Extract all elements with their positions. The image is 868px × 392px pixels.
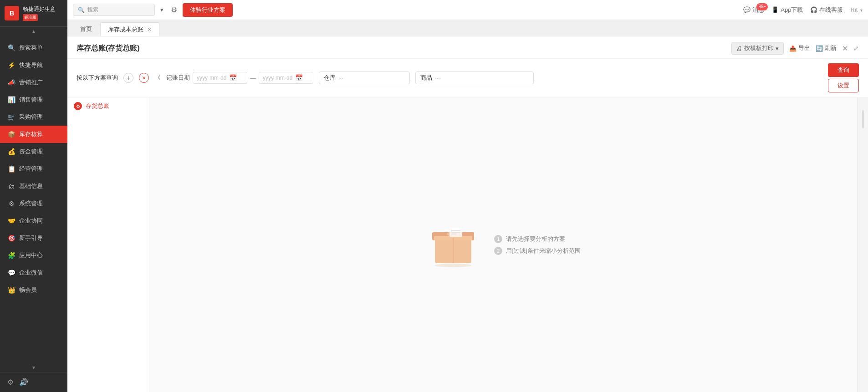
calendar-from-icon: 📅 — [229, 74, 237, 81]
logo-tag: 标准版 — [23, 14, 38, 21]
filter-clear-btn[interactable]: × — [139, 73, 149, 83]
sidebar-item-marketing[interactable]: 📣营销推广 — [0, 74, 67, 91]
data-area: 1 请先选择要分析的方案 2 用[过滤]条件来缩小分析范围 — [149, 97, 857, 392]
empty-text: 1 请先选择要分析的方案 2 用[过滤]条件来缩小分析范围 — [494, 235, 580, 255]
settings-icon[interactable]: ⚙ — [7, 378, 14, 387]
date-to-input[interactable]: yyyy-mm-dd 📅 — [259, 72, 313, 84]
topbar-dropdown-icon[interactable]: ▾ — [158, 5, 165, 15]
scheme-item-inventory[interactable]: ♻ 存货总账 — [67, 97, 149, 115]
sidebar-item-purchase[interactable]: 🛒采购管理 — [0, 108, 67, 126]
nav-label-collab: 企业协同 — [19, 217, 43, 225]
sidebar-item-quick[interactable]: ⚡快捷导航 — [0, 56, 67, 74]
nav-label-inventory: 库存核算 — [19, 130, 43, 138]
nav-label-search: 搜索菜单 — [19, 44, 43, 52]
date-label: 记账日期 — [166, 74, 190, 82]
date-filter-field: 记账日期 yyyy-mm-dd 📅 — yyyy-mm-dd 📅 — [166, 72, 313, 84]
nav-icon-basic: 🗂 — [7, 182, 15, 190]
close-panel-icon[interactable]: ✕ — [842, 44, 848, 53]
resize-panel-icon[interactable]: ⤢ — [853, 45, 859, 52]
scroll-up-arrow[interactable]: ▲ — [0, 27, 67, 36]
sidebar-item-collab[interactable]: 🤝企业协同 — [0, 212, 67, 229]
logo-text: 畅捷通好生意 标准版 — [23, 5, 56, 21]
hint-2-num: 2 — [494, 247, 502, 255]
warehouse-more-icon: ··· — [338, 75, 343, 81]
sidebar-item-sales[interactable]: 📊销售管理 — [0, 91, 67, 108]
nav-icon-finance: 💰 — [7, 148, 15, 156]
refresh-btn[interactable]: 🔄 刷新 — [816, 44, 837, 52]
nav-label-newbie: 新手引导 — [19, 234, 43, 242]
filter-collapse-btn[interactable]: 《 — [154, 74, 161, 82]
hint-2-text: 用[过滤]条件来缩小分析范围 — [506, 247, 580, 255]
nav-icon-sales: 📊 — [7, 96, 15, 104]
right-panel — [857, 97, 868, 392]
scroll-down-arrow[interactable]: ▼ — [0, 363, 67, 372]
warehouse-label: 仓库 — [324, 74, 336, 82]
tab-home[interactable]: 首页 — [73, 22, 99, 36]
date-from-input[interactable]: yyyy-mm-dd 📅 — [193, 72, 247, 84]
goods-field[interactable]: 商品 ··· — [415, 71, 534, 84]
print-btn[interactable]: 🖨 按模板打印 ▾ — [731, 42, 784, 55]
headset-icon: 🎧 — [810, 6, 817, 13]
sidebar-footer: ⚙ 🔊 — [0, 372, 67, 392]
scheme-item-label: 存货总账 — [86, 102, 109, 110]
export-btn[interactable]: 📤 导出 — [789, 44, 810, 52]
sidebar-item-inventory[interactable]: 📦库存核算 — [0, 126, 67, 143]
sidebar-item-basic[interactable]: 🗂基础信息 — [0, 178, 67, 195]
date-to-placeholder: yyyy-mm-dd — [263, 75, 292, 81]
user-info[interactable]: Rit ▾ — [850, 6, 863, 13]
query-btn[interactable]: 查询 — [828, 63, 859, 77]
tab-inventory-cost[interactable]: 库存成本总账 ✕ — [100, 22, 159, 36]
sidebar-item-finance[interactable]: 💰资金管理 — [0, 143, 67, 160]
sidebar-item-system[interactable]: ⚙系统管理 — [0, 195, 67, 212]
goods-label: 商品 — [420, 74, 432, 82]
nav-label-basic: 基础信息 — [19, 182, 43, 190]
nav-icon-system: ⚙ — [7, 199, 15, 208]
settings-btn[interactable]: 设置 — [828, 79, 859, 92]
sidebar-item-search[interactable]: 🔍搜索菜单 — [0, 39, 67, 56]
nav-icon-search: 🔍 — [7, 44, 15, 52]
search-box[interactable]: 🔍 搜索 — [73, 4, 155, 16]
app-download[interactable]: 📱 App下载 — [771, 6, 803, 14]
nav-label-purchase: 采购管理 — [19, 113, 43, 121]
nav-label-apps: 应用中心 — [19, 251, 43, 260]
messages-badge: 99+ — [756, 3, 768, 10]
sidebar-item-operation[interactable]: 📋经营管理 — [0, 160, 67, 178]
warehouse-field[interactable]: 仓库 ··· — [319, 71, 410, 84]
tab-home-label: 首页 — [80, 25, 92, 33]
print-icon: 🖨 — [736, 45, 742, 52]
sidebar-item-newbie[interactable]: 🎯新手引导 — [0, 229, 67, 247]
topbar-gear-icon[interactable]: ⚙ — [169, 4, 179, 16]
logo-icon: B — [5, 6, 19, 20]
search-placeholder: 搜索 — [87, 6, 98, 14]
tab-inventory-cost-label: 库存成本总账 — [108, 25, 143, 34]
nav-icon-operation: 📋 — [7, 165, 15, 173]
empty-state: 1 请先选择要分析的方案 2 用[过滤]条件来缩小分析范围 — [426, 222, 580, 268]
nav-label-operation: 经营管理 — [19, 165, 43, 173]
audio-icon[interactable]: 🔊 — [19, 378, 28, 387]
tab-close-icon[interactable]: ✕ — [147, 26, 152, 33]
user-dropdown-icon: ▾ — [860, 8, 863, 13]
empty-hint-1: 1 请先选择要分析的方案 — [494, 235, 580, 243]
nav-icon-wechat: 💬 — [7, 269, 15, 277]
hint-1-text: 请先选择要分析的方案 — [506, 235, 565, 243]
logo-area: B 畅捷通好生意 标准版 — [0, 0, 67, 27]
online-service[interactable]: 🎧 在线客服 — [810, 6, 843, 14]
topbar: 🔍 搜索 ▾ ⚙ 体验行业方案 💬 消息 99+ 📱 App下载 🎧 在线客服 … — [67, 0, 868, 20]
empty-hint-2: 2 用[过滤]条件来缩小分析范围 — [494, 247, 580, 255]
industry-btn[interactable]: 体验行业方案 — [183, 3, 233, 17]
right-panel-handle[interactable] — [862, 110, 864, 128]
sidebar-item-apps[interactable]: 🧩应用中心 — [0, 247, 67, 264]
filter-add-btn[interactable]: + — [123, 73, 133, 83]
messages-area[interactable]: 💬 消息 99+ — [743, 6, 764, 14]
nav-label-marketing: 营销推广 — [19, 78, 43, 87]
nav-icon-apps: 🧩 — [7, 251, 15, 260]
main-area: 🔍 搜索 ▾ ⚙ 体验行业方案 💬 消息 99+ 📱 App下载 🎧 在线客服 … — [67, 0, 868, 392]
sidebar: B 畅捷通好生意 标准版 ▲ 🔍搜索菜单⚡快捷导航📣营销推广📊销售管理🛒采购管理… — [0, 0, 67, 392]
scheme-item-icon: ♻ — [74, 102, 82, 110]
sidebar-item-wechat[interactable]: 💬企业微信 — [0, 264, 67, 281]
empty-illustration — [426, 222, 480, 268]
sidebar-item-vip[interactable]: 👑畅会员 — [0, 281, 67, 299]
page-title: 库存总账(存货总账) — [77, 44, 140, 53]
date-separator: — — [250, 75, 256, 81]
hint-1-num: 1 — [494, 235, 502, 243]
